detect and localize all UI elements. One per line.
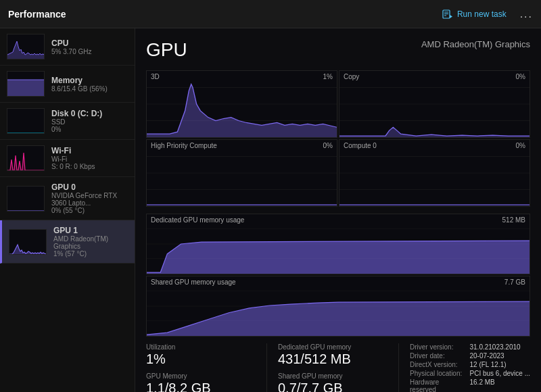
gpu-memory-label: GPU Memory	[146, 372, 266, 380]
task-icon	[442, 9, 453, 20]
memory-info: Memory 8.6/15.4 GB (56%)	[51, 76, 128, 93]
chart-3d: 3D 1%	[146, 70, 337, 138]
disk-info: Disk 0 (C: D:) SSD 0%	[51, 109, 128, 133]
stats-footer: Utilization 1% GPU Memory 1.1/8.2 GB Ded…	[146, 343, 530, 392]
physical-val: PCI bus 6, device ...	[470, 370, 531, 377]
chart-high-priority-label: High Priority Compute	[151, 142, 217, 149]
chart-compute0: Compute 0 0%	[339, 139, 530, 207]
shared-label: Shared GPU memory	[278, 372, 398, 380]
memory-sub: 8.6/15.4 GB (56%)	[51, 85, 128, 93]
chart-copy-value: 0%	[516, 73, 525, 80]
sidebar-item-wifi[interactable]: Wi-Fi Wi-Fi S: 0 R: 0 Kbps	[0, 140, 135, 177]
disk-sub2: 0%	[51, 126, 128, 133]
shared-value: 0.7/7.7 GB	[278, 381, 398, 392]
more-options-button[interactable]: ...	[520, 8, 533, 20]
chart-dedicated-value: 512 MB	[502, 216, 525, 224]
chart-dedicated-label: Dedicated GPU memory usage	[151, 216, 244, 224]
gpu-memory-value: 1.1/8.2 GB	[146, 381, 266, 392]
disk-sub1: SSD	[51, 118, 128, 126]
gpu0-sub1: NVIDIA GeForce RTX 3060 Lapto...	[51, 192, 128, 207]
info-grid: Driver version: 31.0.21023.2010 Driver d…	[410, 343, 530, 392]
sidebar-item-gpu0[interactable]: GPU 0 NVIDIA GeForce RTX 3060 Lapto... 0…	[0, 177, 135, 220]
utilization-label: Utilization	[146, 343, 266, 351]
hw-reserved-key: Hardware reserved memory:	[410, 378, 465, 392]
wifi-sub2: S: 0 R: 0 Kbps	[51, 163, 128, 170]
svg-marker-4	[450, 15, 452, 18]
svg-rect-5	[7, 80, 45, 97]
memory-name: Memory	[51, 76, 128, 85]
chart-compute0-value: 0%	[516, 142, 525, 149]
gpu-title: GPU	[146, 39, 187, 61]
run-new-task-button[interactable]: Run new task	[437, 6, 512, 22]
gpu1-name: GPU 1	[53, 226, 128, 235]
gpu-header: GPU AMD Radeon(TM) Graphics	[146, 39, 530, 61]
driver-version-val: 31.0.21023.2010	[470, 343, 531, 351]
gpu1-mini-chart	[9, 229, 47, 255]
dedicated-label: Dedicated GPU memory	[278, 343, 398, 351]
gpu1-sub1: AMD Radeon(TM) Graphics	[53, 235, 128, 250]
dedicated-value: 431/512 MB	[278, 351, 398, 367]
chart-shared-memory: Shared GPU memory usage 7.7 GB	[146, 276, 530, 337]
gpu-panel: GPU AMD Radeon(TM) Graphics 3D 1% Copy	[135, 28, 541, 392]
chart-high-priority: High Priority Compute 0%	[146, 139, 337, 207]
col-info: Driver version: 31.0.21023.2010 Driver d…	[398, 343, 530, 392]
main-layout: CPU 5% 3.70 GHz Memory 8.6/15.4 GB (56%)	[0, 28, 541, 392]
wifi-name: Wi-Fi	[51, 146, 128, 155]
driver-version-key: Driver version:	[410, 343, 465, 351]
gpu0-name: GPU 0	[51, 182, 128, 192]
directx-val: 12 (FL 12.1)	[470, 361, 531, 368]
wifi-info: Wi-Fi Wi-Fi S: 0 R: 0 Kbps	[51, 146, 128, 170]
chart-shared-value: 7.7 GB	[504, 278, 525, 286]
sidebar: CPU 5% 3.70 GHz Memory 8.6/15.4 GB (56%)	[0, 28, 135, 392]
chart-3d-value: 1%	[323, 73, 333, 80]
disk-name: Disk 0 (C: D:)	[51, 109, 128, 118]
title-bar: Performance Run new task ...	[0, 0, 541, 28]
cpu-mini-chart	[7, 34, 45, 59]
driver-date-val: 20-07-2023	[470, 352, 531, 360]
chart-high-priority-value: 0%	[323, 142, 333, 149]
gpu0-mini-chart	[7, 186, 45, 212]
more-dots: ...	[520, 8, 533, 20]
disk-mini-chart	[7, 108, 45, 134]
gpu0-sub2: 0% (55 °C)	[51, 207, 128, 214]
driver-date-key: Driver date:	[410, 352, 465, 360]
physical-key: Physical location:	[410, 370, 465, 377]
run-new-task-label: Run new task	[457, 9, 507, 19]
gpu1-info: GPU 1 AMD Radeon(TM) Graphics 1% (57 °C)	[53, 226, 128, 258]
sidebar-item-memory[interactable]: Memory 8.6/15.4 GB (56%)	[0, 66, 135, 103]
cpu-name: CPU	[51, 39, 128, 48]
sidebar-item-gpu1[interactable]: GPU 1 AMD Radeon(TM) Graphics 1% (57 °C)	[0, 220, 135, 264]
sidebar-item-cpu[interactable]: CPU 5% 3.70 GHz	[0, 28, 135, 66]
utilization-value: 1%	[146, 351, 266, 367]
directx-key: DirectX version:	[410, 361, 465, 368]
gpu1-sub2: 1% (57 °C)	[53, 250, 128, 258]
wifi-sub1: Wi-Fi	[51, 155, 128, 163]
chart-copy-label: Copy	[344, 73, 359, 80]
cpu-sub: 5% 3.70 GHz	[51, 48, 128, 55]
small-charts-grid: 3D 1% Copy 0%	[146, 70, 530, 207]
sidebar-item-disk[interactable]: Disk 0 (C: D:) SSD 0%	[0, 103, 135, 140]
title-bar-actions: Run new task ...	[437, 6, 533, 22]
chart-copy: Copy 0%	[339, 70, 530, 138]
app-title: Performance	[8, 9, 66, 20]
wifi-mini-chart	[7, 145, 45, 171]
chart-3d-label: 3D	[151, 73, 160, 80]
gpu-subtitle: AMD Radeon(TM) Graphics	[421, 39, 530, 49]
chart-dedicated-memory: Dedicated GPU memory usage 512 MB	[146, 214, 530, 274]
gpu0-info: GPU 0 NVIDIA GeForce RTX 3060 Lapto... 0…	[51, 182, 128, 214]
col-dedicated: Dedicated GPU memory 431/512 MB Shared G…	[266, 343, 398, 392]
cpu-info: CPU 5% 3.70 GHz	[51, 39, 128, 55]
hw-reserved-val: 16.2 MB	[470, 378, 531, 392]
memory-mini-chart	[7, 71, 45, 97]
col-utilization: Utilization 1% GPU Memory 1.1/8.2 GB	[146, 343, 266, 392]
chart-shared-label: Shared GPU memory usage	[151, 278, 236, 286]
chart-compute0-label: Compute 0	[344, 142, 377, 149]
